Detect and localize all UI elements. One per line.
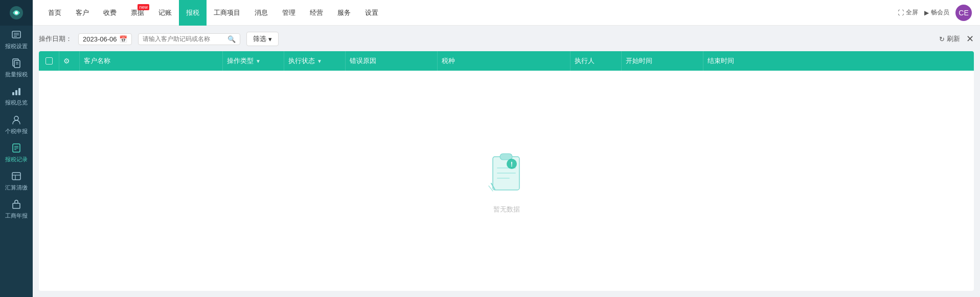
th-settings[interactable]: ⚙ [59, 51, 80, 71]
topnav-right: ⛶ 全屏 ▶ 畅会员 CE [898, 5, 972, 21]
sidebar-item-label-gongshang: 工商年报 [5, 213, 28, 219]
sidebar-item-baoshui-jilu[interactable]: 报税记录 [0, 139, 33, 167]
main-wrapper: 首页 客户 收费 票据 new 记账 报税 工商项目 消息 管理 经营 [33, 0, 980, 297]
select-all-checkbox[interactable] [45, 57, 53, 65]
th-end-time: 结束时间 [703, 51, 775, 71]
sidebar-item-baoshui-zonlan[interactable]: 报税总览 [0, 82, 33, 110]
table-header: ⚙ 客户名称 操作类型 ▼ 执行状态 ▼ 错误原因 税种 [39, 51, 974, 71]
nav-customer[interactable]: 客户 [69, 0, 96, 26]
toolbar-right: ↻ 刷新 ✕ [939, 34, 974, 44]
member-btn[interactable]: ▶ 畅会员 [924, 8, 949, 17]
nav-piao[interactable]: 票据 new [124, 0, 151, 26]
filter-button[interactable]: 筛选 ▾ [246, 32, 279, 46]
date-input-wrapper[interactable]: 2023-06-06 📅 [78, 33, 132, 45]
filter-label: 筛选 [253, 34, 266, 44]
close-button[interactable]: ✕ [966, 34, 974, 44]
th-exec-status[interactable]: 执行状态 ▼ [284, 51, 346, 71]
empty-state: ! 暂无数据 [484, 147, 530, 214]
toolbar: 操作日期： 2023-06-06 📅 🔍 筛选 ▾ ↻ 刷新 ✕ [39, 32, 974, 46]
sidebar: 报税设置 批量报税 报税总览 [0, 0, 33, 297]
sidebar-item-piliang-baoshui[interactable]: 批量报税 [0, 54, 33, 82]
fullscreen-btn[interactable]: ⛶ 全屏 [898, 8, 918, 17]
svg-text:!: ! [510, 160, 512, 168]
nav-shezhi[interactable]: 设置 [358, 0, 385, 26]
piliang-baoshui-icon [11, 58, 21, 70]
svg-rect-18 [12, 173, 20, 180]
geshuishenbao-icon [11, 115, 21, 126]
nav-baoshui[interactable]: 报税 [179, 0, 207, 26]
new-badge: new [138, 4, 149, 11]
nav-xiaoxi[interactable]: 消息 [247, 0, 275, 26]
sidebar-item-label-piliang: 批量报税 [5, 71, 28, 78]
search-wrapper[interactable]: 🔍 [138, 33, 240, 45]
sidebar-item-huisuan-jiaona[interactable]: 汇算清缴 [0, 167, 33, 195]
svg-rect-11 [15, 90, 17, 95]
page-content: 操作日期： 2023-06-06 📅 🔍 筛选 ▾ ↻ 刷新 ✕ [33, 26, 980, 297]
huisuan-jiaona-icon [11, 171, 21, 183]
topnav: 首页 客户 收费 票据 new 记账 报税 工商项目 消息 管理 经营 [33, 0, 980, 26]
nav-fuwu[interactable]: 服务 [330, 0, 358, 26]
nav-gongshang[interactable]: 工商项目 [207, 0, 247, 26]
th-op-type[interactable]: 操作类型 ▼ [223, 51, 284, 71]
sidebar-item-label-geshui: 个税申报 [5, 128, 28, 135]
baoshui-zonlan-icon [11, 86, 21, 98]
nav-jizhang[interactable]: 记账 [151, 0, 179, 26]
th-executor: 执行人 [571, 51, 622, 71]
nav-jingying[interactable]: 经营 [303, 0, 330, 26]
th-customer-name: 客户名称 [80, 51, 223, 71]
sidebar-item-geshuishenbao[interactable]: 个税申报 [0, 111, 33, 139]
svg-line-30 [489, 186, 493, 191]
empty-illustration: ! [484, 147, 530, 199]
sidebar-item-label-baoshui-shezhi: 报税设置 [5, 43, 28, 50]
refresh-button[interactable]: ↻ 刷新 [939, 34, 960, 44]
th-start-time: 开始时间 [622, 51, 703, 71]
table-wrapper: ⚙ 客户名称 操作类型 ▼ 执行状态 ▼ 错误原因 税种 [39, 51, 974, 291]
sidebar-item-label-zonlan: 报税总览 [5, 99, 28, 106]
svg-point-1 [15, 11, 18, 14]
baoshui-shezhi-icon [11, 30, 21, 41]
user-avatar[interactable]: CE [955, 5, 972, 21]
member-icon: ▶ [924, 9, 929, 16]
sidebar-logo [0, 0, 33, 26]
svg-rect-23 [500, 154, 512, 160]
gongshang-nianbao-icon [11, 199, 21, 211]
refresh-icon: ↻ [939, 35, 945, 43]
calendar-icon: 📅 [119, 35, 127, 43]
th-tax-type: 税种 [438, 51, 571, 71]
search-input[interactable] [143, 35, 227, 43]
table-body: ! 暂无数据 [39, 71, 974, 291]
sidebar-item-gongshang-nianbao[interactable]: 工商年报 [0, 195, 33, 223]
svg-rect-10 [12, 92, 14, 95]
baoshui-jilu-icon [11, 143, 21, 155]
th-checkbox[interactable] [39, 51, 59, 71]
th-error-reason: 错误原因 [346, 51, 438, 71]
svg-rect-12 [18, 88, 20, 95]
empty-text: 暂无数据 [493, 205, 520, 214]
svg-rect-21 [13, 203, 20, 208]
search-icon: 🔍 [227, 35, 236, 43]
nav-guanli[interactable]: 管理 [275, 0, 303, 26]
date-label: 操作日期： [39, 34, 72, 44]
nav-home[interactable]: 首页 [41, 0, 69, 26]
sidebar-item-label-huisuan: 汇算清缴 [5, 184, 28, 191]
sidebar-item-baoshui-shezhi[interactable]: 报税设置 [0, 26, 33, 54]
svg-point-13 [14, 116, 18, 120]
date-value: 2023-06-06 [83, 35, 117, 43]
chevron-down-icon: ▾ [268, 35, 272, 43]
fullscreen-icon: ⛶ [898, 9, 904, 16]
settings-icon[interactable]: ⚙ [63, 57, 70, 65]
sidebar-item-label-jilu: 报税记录 [5, 156, 28, 163]
sort-icon-op-type: ▼ [256, 58, 261, 64]
nav-shoufei[interactable]: 收费 [96, 0, 124, 26]
sort-icon-exec-status: ▼ [317, 58, 322, 64]
